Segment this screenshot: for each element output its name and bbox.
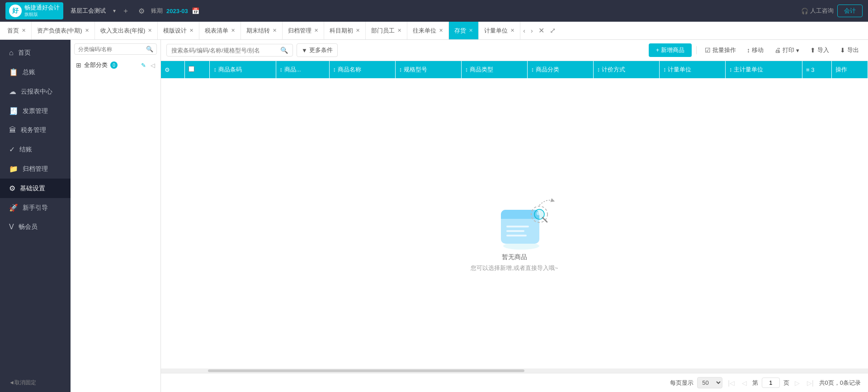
- col-operation: 操作: [832, 61, 868, 78]
- filter-btn[interactable]: ▼ 更多条件: [297, 43, 338, 57]
- tab-prev-btn[interactable]: ‹: [520, 22, 528, 40]
- workspace-dropdown-icon[interactable]: ▾: [113, 8, 116, 14]
- filter-icon: ▼: [302, 47, 307, 54]
- period-value: 2023-03: [166, 8, 188, 14]
- sidebar-item-home[interactable]: ⌂ 首页: [0, 43, 71, 62]
- page-input[interactable]: [762, 378, 780, 388]
- batch-icon: ☑: [705, 47, 711, 54]
- tab-dept-close[interactable]: ✕: [397, 28, 401, 33]
- sidebar-item-cloud-report[interactable]: ☁ 云报表中心: [0, 82, 71, 101]
- export-btn[interactable]: ⬇ 导出: [836, 44, 863, 56]
- horizontal-scrollbar[interactable]: [161, 368, 868, 373]
- category-search-icon[interactable]: 🔍: [146, 46, 153, 52]
- svg-rect-3: [501, 214, 539, 219]
- tab-unit[interactable]: 计量单位 ✕: [479, 22, 520, 40]
- col-type[interactable]: ↕ 商品类型: [461, 61, 527, 78]
- page-next-btn[interactable]: ▷: [793, 378, 802, 387]
- tab-archive-close[interactable]: ✕: [314, 28, 318, 33]
- divider-1: [696, 46, 697, 54]
- select-all-checkbox[interactable]: [189, 66, 194, 72]
- tab-tax-list[interactable]: 税表清单 ✕: [199, 22, 241, 40]
- move-btn[interactable]: ↕ 移动: [743, 44, 767, 56]
- tab-period-close[interactable]: ✕: [273, 28, 277, 33]
- cloud-icon: ☁: [9, 87, 16, 96]
- main-layout: ⌂ 首页 📋 总账 ☁ 云报表中心 🧾 发票管理 🏛 税务管理 ✓ 结账 📁 归…: [0, 40, 868, 392]
- collapse-icon[interactable]: ◁: [151, 62, 155, 69]
- category-edit-icon[interactable]: ✎: [141, 62, 146, 69]
- tab-subject-close[interactable]: ✕: [356, 28, 360, 33]
- print-btn[interactable]: 🖨 打印 ▾: [771, 44, 803, 56]
- tab-archive[interactable]: 归档管理 ✕: [283, 22, 324, 40]
- per-page-select[interactable]: 50 10 20 100: [697, 377, 722, 388]
- sidebar-item-basic-settings[interactable]: ⚙ 基础设置: [0, 179, 71, 198]
- col-price-mode[interactable]: ↕ 计价方式: [593, 61, 659, 78]
- tab-next-btn[interactable]: ›: [528, 22, 536, 40]
- tab-tax-close[interactable]: ✕: [231, 28, 235, 33]
- page-label: 第: [752, 379, 758, 387]
- page-prev-btn[interactable]: ◁: [740, 378, 749, 387]
- sidebar-item-invoice[interactable]: 🧾 发票管理: [0, 101, 71, 121]
- tab-income-close[interactable]: ✕: [148, 28, 152, 33]
- col-settings[interactable]: ⚙: [161, 61, 185, 78]
- tab-home-close[interactable]: ✕: [22, 28, 26, 33]
- tab-unit-close[interactable]: ✕: [510, 28, 514, 33]
- col-unit[interactable]: ↕ 计量单位: [659, 61, 725, 78]
- member-icon: V: [9, 223, 14, 231]
- tab-balance-sheet[interactable]: 资产负债表(中期) ✕: [32, 22, 95, 40]
- sidebar-item-close-account[interactable]: ✓ 结账: [0, 140, 71, 159]
- empty-subtitle: 您可以选择新增,或者直接导入哦~: [471, 264, 558, 272]
- settings-icon[interactable]: ⚙: [136, 5, 147, 17]
- archive-icon: 📁: [9, 165, 18, 173]
- tab-template-design[interactable]: 模版设计 ✕: [158, 22, 199, 40]
- col-spec[interactable]: ↕ 规格型号: [395, 61, 461, 78]
- per-page-label: 每页显示: [670, 379, 693, 387]
- horizontal-scroll-thumb[interactable]: [208, 369, 524, 372]
- main-search-input[interactable]: [171, 47, 278, 54]
- period-label: 账期: [151, 7, 163, 15]
- grid-icon: ⊞: [76, 61, 81, 69]
- sidebar-item-beginner[interactable]: 🚀 新手引导: [0, 198, 71, 217]
- tab-dept-staff[interactable]: 部门员工 ✕: [366, 22, 407, 40]
- col-category[interactable]: ↕ 商品分类: [527, 61, 593, 78]
- col-main-unit[interactable]: ↕ 主计量单位: [725, 61, 802, 78]
- tab-period-transfer[interactable]: 期末结转 ✕: [241, 22, 283, 40]
- calendar-icon[interactable]: 📅: [192, 7, 199, 14]
- tab-counterparty[interactable]: 往来单位 ✕: [407, 22, 449, 40]
- tab-income-statement[interactable]: 收入支出表(年报) ✕: [95, 22, 158, 40]
- batch-operation-btn[interactable]: ☑ 批量操作: [701, 44, 740, 56]
- tab-close-all-btn[interactable]: ✕: [536, 22, 547, 40]
- col-name[interactable]: ↕ 商品名称: [329, 61, 395, 78]
- sidebar-unpin-btn[interactable]: ◄取消固定: [0, 373, 71, 392]
- close-account-icon: ✓: [9, 145, 15, 154]
- page-first-btn[interactable]: |◁: [726, 378, 736, 387]
- col-barcode[interactable]: ↕ 商品条码: [210, 61, 276, 78]
- sidebar-item-member[interactable]: V 畅会员: [0, 217, 71, 236]
- tab-expand-btn[interactable]: ⤢: [547, 22, 558, 40]
- tab-inventory-close[interactable]: ✕: [469, 28, 473, 33]
- logo: 好 畅捷通好会计 旗舰版: [5, 2, 63, 19]
- kuaiji-button[interactable]: 会计: [837, 5, 863, 17]
- sidebar-item-tax[interactable]: 🏛 税务管理: [0, 121, 71, 140]
- add-workspace-btn[interactable]: ＋: [119, 5, 132, 18]
- tab-template-close[interactable]: ✕: [189, 28, 193, 33]
- tab-inventory[interactable]: 存货 ✕: [449, 22, 479, 40]
- category-header[interactable]: ⊞ 全部分类 0 ✎ ◁: [74, 58, 157, 72]
- category-search-input[interactable]: [78, 46, 146, 52]
- tab-counterparty-close[interactable]: ✕: [439, 28, 443, 33]
- category-search-box: 🔍: [74, 43, 157, 55]
- add-product-btn[interactable]: + 新增商品: [649, 43, 692, 57]
- tab-subject-init[interactable]: 科目期初 ✕: [324, 22, 366, 40]
- page-last-btn[interactable]: ▷|: [805, 378, 816, 387]
- toolbar-actions: + 新增商品 ☑ 批量操作 ↕ 移动 🖨 打印: [649, 43, 863, 57]
- sidebar-item-archive[interactable]: 📁 归档管理: [0, 159, 71, 179]
- tab-balance-close[interactable]: ✕: [85, 28, 89, 33]
- main-search-icon[interactable]: 🔍: [280, 47, 288, 54]
- import-btn[interactable]: ⬆ 导入: [807, 44, 833, 56]
- sidebar-item-general-ledger[interactable]: 📋 总账: [0, 62, 71, 82]
- col-code[interactable]: ↕ 商品...: [276, 61, 329, 78]
- col-checkbox[interactable]: [185, 61, 210, 78]
- svg-point-10: [537, 212, 540, 215]
- ai-consult-btn[interactable]: 🎧 人工咨询: [801, 7, 834, 15]
- tab-home[interactable]: 首页 ✕: [2, 22, 32, 40]
- col-extra[interactable]: ≡ 3: [802, 61, 832, 78]
